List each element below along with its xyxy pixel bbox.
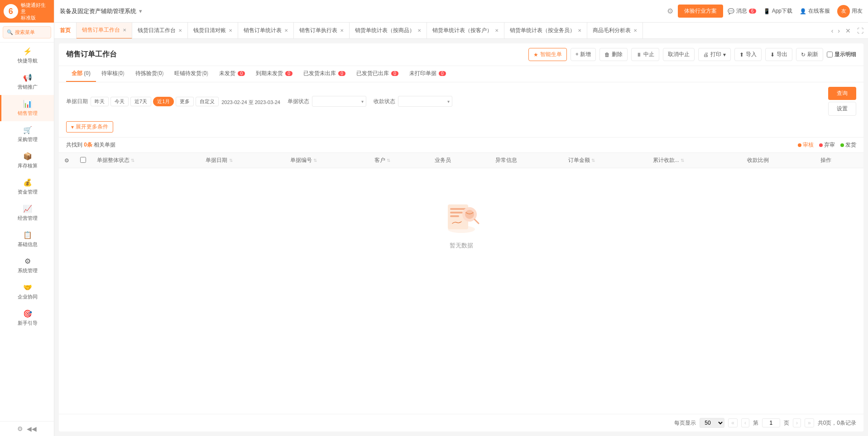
print-btn[interactable]: 🖨 打印 ▾ [698,48,731,61]
filter-tab-pending-check[interactable]: 待拣验货(0) [130,66,169,82]
query-btn[interactable]: 查询 [828,87,856,100]
col-customer-header[interactable]: 客户 [369,153,429,168]
tab-sales-exec[interactable]: 销售订单执行表 ✕ [294,23,350,39]
col-exception-header[interactable]: 异常信息 [490,153,563,168]
tab-cash-reconcile[interactable]: 钱货日清对账 ✕ [188,23,238,39]
sidebar-item-inventory[interactable]: 📦 库存核算 [0,147,54,174]
filter-tab-wangpu[interactable]: 旺铺待发货(0) [169,66,214,82]
col-config[interactable]: ⚙ [59,153,75,168]
date-btn-today[interactable]: 今天 [110,97,129,106]
sidebar-item-quick-nav[interactable]: ⚡ 快捷导航 [0,43,54,69]
suspend-btn[interactable]: ⏸ 中止 [631,48,659,61]
date-btn-yesterday[interactable]: 昨天 [91,97,109,106]
tab-sales-stats-close[interactable]: ✕ [284,28,288,33]
expand-conditions-btn[interactable]: ▾ 展开更多条件 [66,121,113,133]
tab-home[interactable]: 首页 [54,23,77,39]
topbar-settings-btn[interactable]: ⚙ [667,7,673,15]
last-page-btn[interactable]: » [805,418,814,427]
add-btn[interactable]: + 新增 [571,48,596,61]
tab-expand-btn[interactable]: ⛶ [854,26,866,35]
select-all-checkbox[interactable] [80,157,86,163]
sidebar-item-system[interactable]: ⚙ 系统管理 [0,252,54,279]
col-ratio-header[interactable]: 收款比例 [742,153,815,168]
col-staff-header[interactable]: 业务员 [429,153,490,168]
first-page-btn[interactable]: « [728,418,738,427]
tab-sales-workbench-close[interactable]: ✕ [123,28,126,33]
status-select[interactable] [312,96,366,107]
page-size-select[interactable]: 10 20 50 100 [700,418,724,428]
tab-sales-summary-product-close[interactable]: ✕ [417,28,421,33]
import-btn[interactable]: ⬆ 导入 [734,48,762,61]
sidebar-item-purchase[interactable]: 🛒 采购管理 [0,121,54,147]
smart-create-btn[interactable]: ★ 智能生单 [528,48,567,61]
content-area: 销售订单工作台 ★ 智能生单 + 新增 🗑 删除 ⏸ 中止 [54,39,868,436]
tab-close-all-btn[interactable]: ✕ [843,26,854,35]
tab-sales-workbench[interactable]: 销售订单工作台 ✕ [77,23,132,39]
tab-sales-exec-close[interactable]: ✕ [340,28,344,33]
filter-tab-overdue-ship[interactable]: 到期未发货 0 [250,66,298,82]
search-menu-button[interactable]: 🔍 搜索菜单 [3,26,51,38]
batch-ship-btn[interactable]: 发货 [840,141,856,149]
date-btn-custom[interactable]: 自定义 [196,97,219,106]
cancel-suspend-btn[interactable]: 取消中止 [663,48,695,61]
sidebar-settings-btn[interactable]: ⚙ [17,425,23,432]
col-number-header[interactable]: 单据编号 [285,153,369,168]
sidebar-item-enterprise[interactable]: 🤝 企业协同 [0,279,54,305]
refresh-btn[interactable]: ↻ 刷新 [796,48,823,61]
tab-sales-summary-customer-close[interactable]: ✕ [495,28,499,33]
export-btn[interactable]: ⬇ 导出 [765,48,792,61]
tab-next-btn[interactable]: › [836,26,842,35]
sidebar-item-operations[interactable]: 📈 经营管理 [0,200,54,226]
show-detail-label[interactable]: 显示明细 [827,51,856,58]
filter-tab-pending-review[interactable]: 待审核(0) [96,66,130,82]
tab-cash-daily-close[interactable]: ✕ [178,28,182,33]
tab-cash-daily[interactable]: 钱货日清工作台 ✕ [132,23,188,39]
tab-gross-margin-close[interactable]: ✕ [633,28,637,33]
filter-tab-not-shipped[interactable]: 未发货 0 [214,66,250,82]
show-detail-checkbox[interactable] [827,52,833,57]
tab-sales-summary-staff-close[interactable]: ✕ [578,28,581,33]
next-page-btn[interactable]: › [793,418,801,427]
tab-sales-summary-product[interactable]: 销货单统计表（按商品） ✕ [350,23,427,39]
date-btn-1month[interactable]: 近1月 [153,97,174,106]
finance-icon: 💰 [23,178,32,187]
date-btn-7days[interactable]: 近7天 [130,97,151,106]
filter-tab-not-printed[interactable]: 未打印单据 0 [404,66,451,82]
col-date-header[interactable]: 单据日期 [200,153,284,168]
delete-btn[interactable]: 🗑 删除 [599,48,628,61]
page-input[interactable] [762,418,780,427]
sidebar-item-marketing[interactable]: 📢 营销推广 [0,69,54,95]
filter-tab-all[interactable]: 全部 (0) [66,66,96,82]
col-collected-header[interactable]: 累计收款... [647,153,742,168]
sidebar-item-finance[interactable]: 💰 资金管理 [0,174,54,200]
sidebar-collapse-btn[interactable]: ◀◀ [27,425,37,432]
date-btn-more[interactable]: 更多 [176,97,194,106]
sidebar-item-basic-info[interactable]: 📋 基础信息 [0,226,54,252]
tab-gross-margin[interactable]: 商品毛利分析表 ✕ [587,23,643,39]
batch-review-btn[interactable]: 审核 [798,141,814,149]
message-btn[interactable]: 💬 消息 6 [728,7,756,15]
col-checkbox-header[interactable] [75,153,91,168]
tab-prev-btn[interactable]: ‹ [830,26,835,35]
batch-cancel-btn[interactable]: 弃审 [819,141,835,149]
empty-state: 暂无数据 [59,168,863,277]
tab-cash-reconcile-close[interactable]: ✕ [229,28,232,33]
industry-btn[interactable]: 体验行业方案 [678,5,723,18]
sidebar-item-sales[interactable]: 📊 销售管理 [0,95,54,121]
filter-tab-shipped-out[interactable]: 已发货已出库 0 [351,66,404,82]
sidebar-item-guide[interactable]: 🎯 新手引导 [0,305,54,331]
tab-sales-summary-customer[interactable]: 销货单统计表（按客户） ✕ [427,23,504,39]
prev-page-btn[interactable]: ‹ [741,418,749,427]
filter-settings-btn[interactable]: 设置 [828,102,856,116]
payment-select[interactable] [398,96,452,107]
table-scroll[interactable]: ⚙ 单据整体状态 单据日期 [59,153,863,414]
filter-tab-shipped-not-out[interactable]: 已发货未出库 0 [298,66,351,82]
app-download-btn[interactable]: 📱 App下载 [763,7,792,15]
tab-sales-summary-staff[interactable]: 销货单统计表（按业务员） ✕ [504,23,587,39]
tab-sales-stats[interactable]: 销售订单统计表 ✕ [238,23,294,39]
col-amount-header[interactable]: 订单金额 [563,153,647,168]
system-dropdown-btn[interactable]: ▾ [139,8,142,14]
col-status-header[interactable]: 单据整体状态 [91,153,200,168]
user-menu-btn[interactable]: 友 用友 [837,5,863,18]
online-service-btn[interactable]: 👤 在线客服 [800,7,830,15]
